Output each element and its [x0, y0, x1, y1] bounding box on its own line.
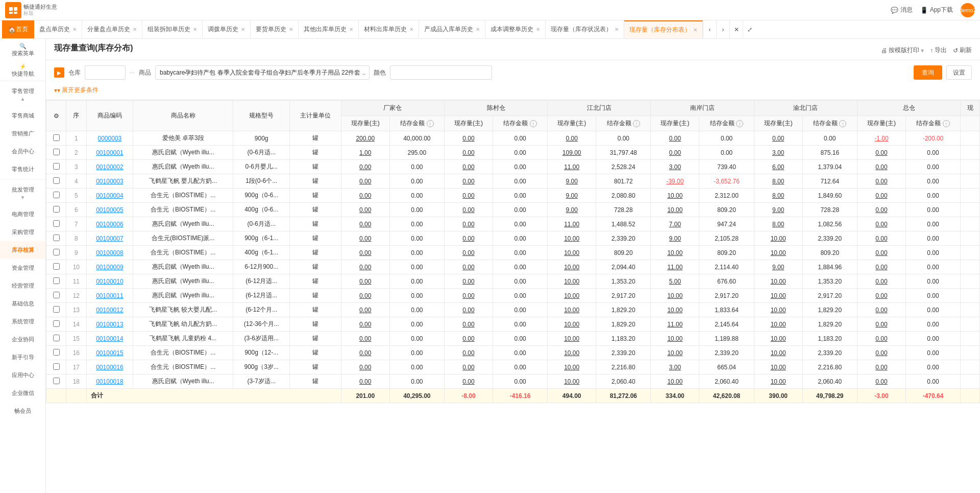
cell-total-stock[interactable]: 0.00	[857, 260, 905, 274]
cell-jiubei-stock[interactable]: 9.00	[754, 260, 802, 274]
cell-factory-stock[interactable]: 0.00	[341, 189, 389, 203]
cell-chenshi-stock[interactable]: 0.00	[444, 189, 493, 203]
close-tab-6[interactable]: ✕	[349, 27, 353, 32]
cell-chenshi-stock[interactable]: 0.00	[444, 231, 493, 246]
row-checkbox[interactable]	[53, 177, 60, 184]
tab-stock-status[interactable]: 现存量（库存状况表） ✕	[546, 20, 624, 39]
cell-factory-stock[interactable]: 1.00	[341, 146, 389, 160]
cell-code[interactable]: 00100003	[86, 174, 133, 189]
tab-product-inbound[interactable]: 产成品入库单历史 ✕	[419, 20, 485, 39]
sidebar-item-member[interactable]: 会员中心	[0, 143, 45, 160]
cell-checkbox[interactable]	[46, 260, 66, 274]
cell-total-stock[interactable]: 0.00	[857, 160, 905, 174]
cell-jiangbei-stock[interactable]: 109.00	[548, 146, 596, 160]
sidebar-item-purchase[interactable]: 采购管理	[0, 223, 45, 241]
cell-nanan-stock[interactable]: 10.00	[651, 332, 699, 346]
cell-nanan-stock[interactable]: 0.00	[651, 131, 699, 146]
app-download-btn[interactable]: 📱 App下载	[920, 6, 953, 14]
cell-jiangbei-stock[interactable]: 10.00	[548, 231, 596, 246]
cell-checkbox[interactable]	[46, 346, 66, 360]
cell-nanan-stock[interactable]: 9.00	[651, 231, 699, 246]
cell-total-stock[interactable]: 0.00	[857, 274, 905, 289]
cell-code[interactable]: 00100014	[86, 332, 133, 346]
cell-chenshi-stock[interactable]: 0.00	[444, 217, 493, 231]
cell-code[interactable]: 00100012	[86, 303, 133, 317]
cell-chenshi-stock[interactable]: 0.00	[444, 374, 493, 389]
cell-factory-stock[interactable]: 0.00	[341, 346, 389, 360]
cell-checkbox[interactable]	[46, 231, 66, 246]
cell-chenshi-stock[interactable]: 0.00	[444, 289, 493, 303]
cell-nanan-stock[interactable]: 11.00	[651, 317, 699, 332]
cell-factory-stock[interactable]: 0.00	[341, 303, 389, 317]
cell-code[interactable]: 00100007	[86, 231, 133, 246]
cell-jiubei-stock[interactable]: 10.00	[754, 346, 802, 360]
cell-code[interactable]: 00100004	[86, 189, 133, 203]
cell-total-stock[interactable]: 0.00	[857, 289, 905, 303]
cell-chenshi-stock[interactable]: 0.00	[444, 246, 493, 260]
row-checkbox[interactable]	[53, 335, 60, 341]
cell-jiangbei-stock[interactable]: 10.00	[548, 274, 596, 289]
cell-checkbox[interactable]	[46, 289, 66, 303]
cell-checkbox[interactable]	[46, 246, 66, 260]
cell-total-stock[interactable]: 0.00	[857, 146, 905, 160]
tab-home[interactable]: 🏠 首页	[2, 20, 34, 39]
cell-jiangbei-stock[interactable]: 10.00	[548, 260, 596, 274]
cell-jiangbei-stock[interactable]: 9.00	[548, 174, 596, 189]
cell-jiubei-stock[interactable]: 10.00	[754, 332, 802, 346]
setting-button[interactable]: 设置	[946, 65, 972, 80]
cell-factory-stock[interactable]: 0.00	[341, 289, 389, 303]
export-btn[interactable]: ↑ 导出	[930, 46, 947, 55]
cell-nanan-stock[interactable]: 10.00	[651, 346, 699, 360]
total-amt-info[interactable]: i	[943, 120, 950, 127]
tab-next-btn[interactable]: ›	[716, 20, 729, 39]
tab-expand-btn[interactable]: ⤢	[743, 20, 756, 39]
cell-factory-stock[interactable]: 0.00	[341, 160, 389, 174]
row-checkbox[interactable]	[53, 320, 60, 327]
jiubei-amt-info[interactable]: i	[839, 120, 846, 127]
color-input[interactable]	[390, 65, 492, 80]
cell-jiubei-stock[interactable]: 10.00	[754, 274, 802, 289]
cell-jiangbei-stock[interactable]: 10.00	[548, 360, 596, 374]
tab-branch-inventory[interactable]: 分量盘点单历史 ✕	[82, 20, 142, 39]
tab-close-btn[interactable]: ✕	[729, 20, 743, 39]
cell-code[interactable]: 00100009	[86, 260, 133, 274]
row-checkbox[interactable]	[53, 192, 60, 198]
cell-code[interactable]: 00100018	[86, 374, 133, 389]
cell-total-stock[interactable]: 0.00	[857, 332, 905, 346]
cell-jiangbei-stock[interactable]: 9.00	[548, 203, 596, 217]
row-checkbox[interactable]	[53, 263, 60, 270]
cell-factory-stock[interactable]: 0.00	[341, 274, 389, 289]
row-checkbox[interactable]	[53, 292, 60, 298]
cell-jiangbei-stock[interactable]: 9.00	[548, 189, 596, 203]
row-checkbox[interactable]	[53, 220, 60, 227]
cell-code[interactable]: 00100006	[86, 217, 133, 231]
cell-total-stock[interactable]: 0.00	[857, 217, 905, 231]
sidebar-item-vip[interactable]: 畅会员	[0, 402, 45, 420]
cell-chenshi-stock[interactable]: 0.00	[444, 146, 493, 160]
cell-factory-stock[interactable]: 0.00	[341, 317, 389, 332]
expand-conditions-btn[interactable]: ▾▾ 展开更多条件	[54, 86, 99, 95]
sidebar-item-ecommerce[interactable]: 电商管理	[0, 205, 45, 223]
row-checkbox[interactable]	[53, 363, 60, 370]
cell-total-stock[interactable]: 0.00	[857, 203, 905, 217]
cell-code[interactable]: 00100005	[86, 203, 133, 217]
sidebar-item-enterprise[interactable]: 企业协同	[0, 331, 45, 348]
cell-factory-stock[interactable]: 0.00	[341, 203, 389, 217]
cell-jiubei-stock[interactable]: 8.00	[754, 174, 802, 189]
cell-chenshi-stock[interactable]: 0.00	[444, 160, 493, 174]
cell-checkbox[interactable]	[46, 160, 66, 174]
close-tab-5[interactable]: ✕	[289, 27, 293, 32]
sidebar-item-operations[interactable]: 经营管理	[0, 277, 45, 295]
cell-checkbox[interactable]	[46, 189, 66, 203]
factory-amt-info[interactable]: i	[427, 120, 434, 127]
cell-total-stock[interactable]: 0.00	[857, 231, 905, 246]
close-tab-11[interactable]: ✕	[693, 27, 697, 33]
cell-code[interactable]: 00100016	[86, 360, 133, 374]
row-checkbox[interactable]	[53, 349, 60, 356]
cell-factory-stock[interactable]: 0.00	[341, 246, 389, 260]
jiangbei-amt-info[interactable]: i	[633, 120, 640, 127]
sidebar-item-wholesale[interactable]: 批发管理 ▼	[0, 181, 45, 205]
close-tab-9[interactable]: ✕	[536, 27, 540, 32]
cell-checkbox[interactable]	[46, 131, 66, 146]
cell-nanan-stock[interactable]: 10.00	[651, 374, 699, 389]
